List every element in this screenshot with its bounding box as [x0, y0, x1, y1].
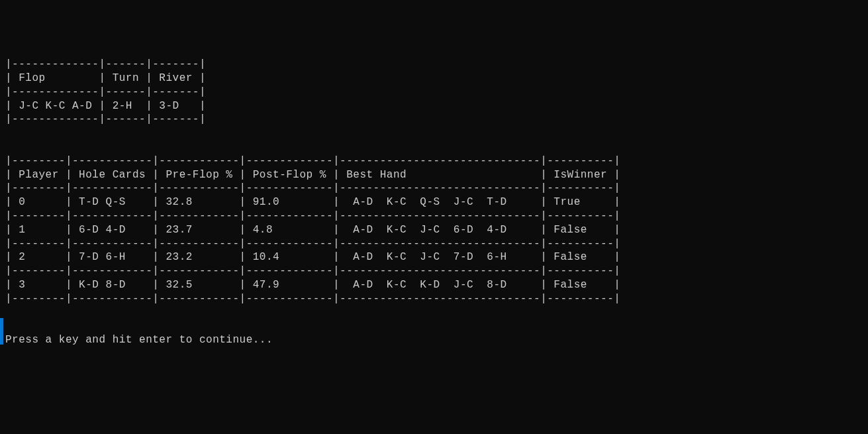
players-sep-bot: |--------|------------|------------|----… [5, 292, 863, 306]
board-sep-top: |-------------|------|-------| [5, 58, 863, 72]
players-sep: |--------|------------|------------|----… [5, 209, 863, 223]
table-row: | 1 | 6-D 4-D | 23.7 | 4.8 | A-D K-C J-C… [5, 223, 863, 237]
players-header-row: | Player | Hole Cards | Pre-Flop % | Pos… [5, 168, 863, 182]
board-sep-mid: |-------------|------|-------| [5, 85, 863, 99]
continue-prompt[interactable]: Press a key and hit enter to continue... [5, 333, 863, 347]
table-row: | 2 | 7-D 6-H | 23.2 | 10.4 | A-D K-C J-… [5, 250, 863, 264]
terminal-output: |-------------|------|-------|| Flop | T… [5, 58, 863, 347]
table-row: | 3 | K-D 8-D | 32.5 | 47.9 | A-D K-C K-… [5, 278, 863, 292]
board-data-row: | J-C K-C A-D | 2-H | 3-D | [5, 99, 863, 113]
window-edge-accent [0, 318, 3, 345]
board-header-row: | Flop | Turn | River | [5, 72, 863, 85]
players-sep: |--------|------------|------------|----… [5, 182, 863, 195]
table-row: | 0 | T-D Q-S | 32.8 | 91.0 | A-D K-C Q-… [5, 195, 863, 209]
players-sep: |--------|------------|------------|----… [5, 237, 863, 251]
players-sep: |--------|------------|------------|----… [5, 264, 863, 278]
board-sep-bot: |-------------|------|-------| [5, 113, 863, 127]
players-sep-top: |--------|------------|------------|----… [5, 154, 863, 168]
